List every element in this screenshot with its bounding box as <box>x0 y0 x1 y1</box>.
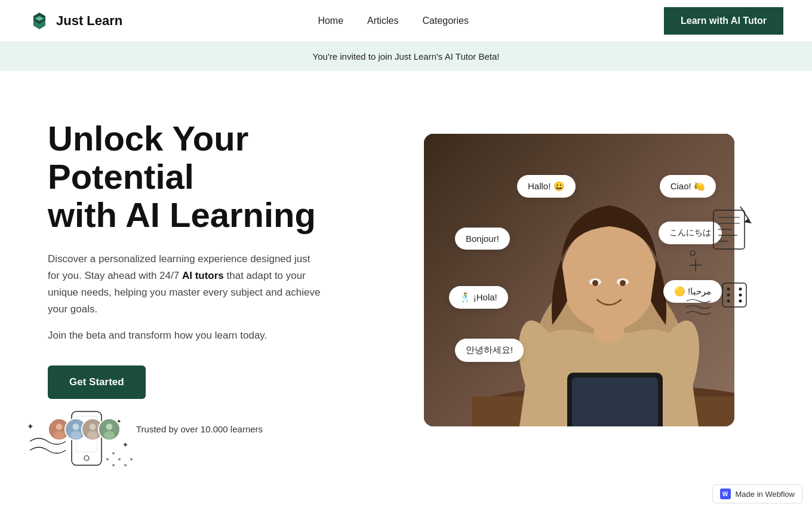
hero-image: Hallo! 😀 Ciao! 🍋 Bonjour! こんにちは 🕺 ¡Hola!… <box>424 134 734 426</box>
announcement-banner: You're invited to join Just Learn's AI T… <box>0 42 812 71</box>
webflow-logo-icon: W <box>720 489 731 489</box>
svg-point-8 <box>87 431 98 439</box>
chat-bubble-hola: 🕺 ¡Hola! <box>449 286 508 309</box>
svg-line-18 <box>740 207 749 220</box>
chat-bubble-korean: 안녕하세요! <box>455 339 524 362</box>
trust-row: Trusted by over 10.000 learners <box>48 418 394 441</box>
svg-point-7 <box>90 423 96 430</box>
logo-icon <box>29 10 50 32</box>
svg-rect-44 <box>572 377 658 426</box>
svg-point-2 <box>54 431 64 439</box>
svg-point-10 <box>106 423 113 430</box>
hero-left: Unlock Your Potential with AI Learning D… <box>48 119 394 441</box>
nav-articles[interactable]: Articles <box>367 16 398 26</box>
svg-point-54 <box>112 452 115 454</box>
hero-title: Unlock Your Potential with AI Learning <box>48 119 394 234</box>
webflow-badge[interactable]: W Made in Webflow <box>712 484 802 489</box>
nav-categories[interactable]: Categories <box>423 16 469 26</box>
svg-point-38 <box>561 223 657 331</box>
svg-point-52 <box>112 464 115 466</box>
hero-right: Hallo! 😀 Ciao! 🍋 Bonjour! こんにちは 🕺 ¡Hola!… <box>394 134 764 426</box>
chat-bubble-hallo: Hallo! 😀 <box>517 175 576 198</box>
banner-text: You're invited to join Just Learn's AI T… <box>313 51 500 62</box>
svg-point-25 <box>739 288 742 291</box>
svg-point-42 <box>620 280 626 286</box>
hero-description-2: Join the beta and transform how you lear… <box>48 327 394 344</box>
svg-text:✦: ✦ <box>122 441 128 449</box>
svg-marker-19 <box>744 219 752 223</box>
logo-link[interactable]: Just Learn <box>29 10 122 32</box>
logo-text: Just Learn <box>56 13 122 29</box>
svg-point-41 <box>592 280 598 286</box>
svg-point-55 <box>124 464 127 466</box>
svg-point-47 <box>84 456 89 460</box>
trust-text: Trusted by over 10.000 learners <box>136 424 263 434</box>
navbar: Just Learn Home Articles Categories Lear… <box>0 0 812 42</box>
svg-point-11 <box>104 431 115 439</box>
hero-cta-button[interactable]: Get Started <box>48 365 146 399</box>
svg-point-27 <box>739 294 742 297</box>
avatar-group <box>48 418 121 441</box>
svg-point-56 <box>130 458 133 460</box>
chat-bubble-ciao: Ciao! 🍋 <box>660 175 716 198</box>
person-background: Hallo! 😀 Ciao! 🍋 Bonjour! こんにちは 🕺 ¡Hola!… <box>424 134 734 426</box>
chat-bubble-bonjour: Bonjour! <box>455 228 510 250</box>
nav-links: Home Articles Categories <box>318 16 469 26</box>
svg-text:✦: ✦ <box>27 422 34 431</box>
svg-point-5 <box>70 431 81 439</box>
nav-home[interactable]: Home <box>318 16 343 26</box>
hero-section: Unlock Your Potential with AI Learning D… <box>0 71 812 489</box>
svg-point-29 <box>739 300 742 303</box>
svg-point-4 <box>73 423 79 430</box>
avatar-4 <box>98 418 121 441</box>
nav-cta-button[interactable]: Learn with AI Tutor <box>664 7 783 35</box>
hero-description-1: Discover a personalized learning experie… <box>48 251 322 318</box>
svg-point-51 <box>106 458 109 460</box>
chat-bubble-konnichiwa: こんにちは <box>659 222 722 244</box>
svg-point-53 <box>118 458 121 460</box>
svg-point-1 <box>56 423 63 430</box>
chat-bubble-arabic: 🟡 !مرحبا <box>663 280 722 303</box>
